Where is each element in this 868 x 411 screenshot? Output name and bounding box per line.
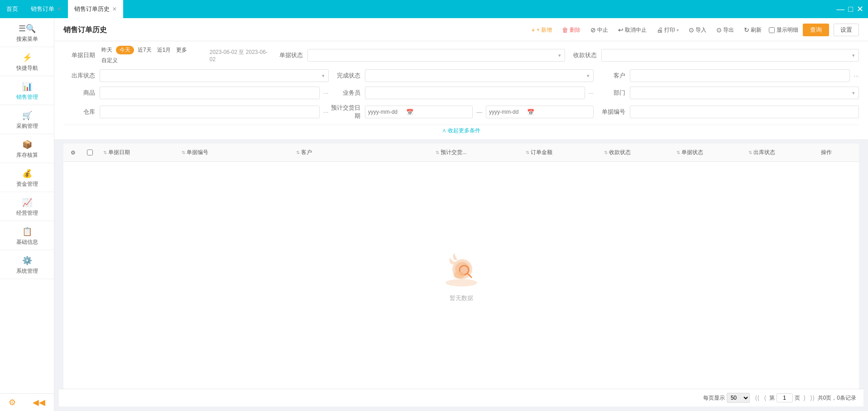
th-delivery[interactable]: ⇅ 预计交货... bbox=[433, 149, 523, 156]
minimize-button[interactable]: — bbox=[836, 5, 844, 14]
customer-input[interactable] bbox=[630, 69, 850, 82]
th-check[interactable] bbox=[84, 150, 101, 155]
prev-page-button[interactable]: ⟨ bbox=[762, 394, 767, 401]
complete-status-arrow-icon: ▾ bbox=[587, 73, 590, 79]
department-arrow-icon: ▾ bbox=[852, 90, 855, 96]
cancel-label: 取消中止 bbox=[625, 26, 647, 34]
table-header: ⚙ ⇅ 单据日期 ⇅ 单据编号 ⇅ 客户 bbox=[63, 144, 859, 162]
delivery-date-start[interactable]: 📅 bbox=[365, 106, 473, 118]
shortcut-1month[interactable]: 近1月 bbox=[155, 46, 173, 54]
th-op-label: 操作 bbox=[821, 149, 832, 156]
query-button[interactable]: 查询 bbox=[803, 24, 829, 36]
sidebar-item-basic[interactable]: 📋 基础信息 bbox=[0, 221, 54, 250]
sidebar-item-inventory[interactable]: 📦 库存核算 bbox=[0, 134, 54, 163]
out-status-select[interactable]: ▾ bbox=[100, 69, 329, 82]
tab-home-label: 首页 bbox=[6, 5, 18, 13]
goods-input[interactable] bbox=[100, 87, 320, 99]
tab-home[interactable]: 首页 bbox=[0, 0, 24, 18]
maximize-button[interactable]: □ bbox=[848, 5, 853, 14]
sidebar-item-quick-nav[interactable]: ⚡ 快捷导航 bbox=[0, 47, 54, 76]
order-no-input[interactable] bbox=[630, 106, 859, 118]
stop-icon: ⊘ bbox=[590, 26, 596, 34]
display-detail-checkbox-label[interactable]: 显示明细 bbox=[769, 26, 798, 34]
total-records-label: 共0页，0条记录 bbox=[818, 394, 856, 402]
print-button[interactable]: 🖨 打印 ▾ bbox=[654, 25, 681, 35]
shortcut-today[interactable]: 今天 bbox=[116, 46, 134, 54]
delivery-date-end-input[interactable] bbox=[489, 109, 525, 115]
th-date[interactable]: ⇅ 单据日期 bbox=[101, 149, 179, 156]
purchase-icon: 🛒 bbox=[22, 111, 32, 121]
sidebar-settings-icon[interactable]: ⚙ bbox=[9, 397, 16, 407]
page-title-row: 销售订单历史 + + 新增 🗑 删除 ⊘ 中止 ↩ bbox=[63, 24, 859, 36]
delivery-date-start-input[interactable] bbox=[368, 109, 404, 115]
tab-sales-order[interactable]: 销售订单 ✕ bbox=[24, 0, 68, 18]
department-label: 部门 bbox=[594, 89, 630, 97]
delete-label: 删除 bbox=[570, 26, 580, 34]
complete-status-select[interactable]: ▾ bbox=[365, 69, 594, 82]
sort-delivery-icon: ⇅ bbox=[436, 150, 439, 155]
settings-button[interactable]: 设置 bbox=[834, 24, 859, 36]
first-page-button[interactable]: ⟨⟨ bbox=[753, 394, 761, 401]
import-label: 导入 bbox=[695, 26, 706, 34]
th-no[interactable]: ⇅ 单据编号 bbox=[179, 149, 293, 156]
salesperson-input[interactable] bbox=[365, 87, 585, 99]
shortcut-yesterday[interactable]: 昨天 bbox=[100, 46, 114, 54]
collapse-bar[interactable]: ∧ 收起更多条件 bbox=[63, 125, 859, 136]
import-button[interactable]: ⊙ 导入 bbox=[686, 25, 709, 35]
th-payment[interactable]: ⇅ 收款状态 bbox=[601, 149, 674, 156]
th-delivery-label: 预计交货... bbox=[441, 149, 467, 156]
warehouse-input[interactable] bbox=[100, 106, 320, 118]
th-settings[interactable]: ⚙ bbox=[68, 150, 84, 156]
per-page-dropdown[interactable]: 50 10 20 100 bbox=[727, 393, 750, 403]
sidebar-item-system[interactable]: ⚙️ 系统管理 bbox=[0, 250, 54, 279]
th-out[interactable]: ⇅ 出库状态 bbox=[746, 149, 818, 156]
last-page-button[interactable]: ⟩⟩ bbox=[809, 394, 816, 401]
select-all-checkbox[interactable] bbox=[87, 150, 93, 155]
empty-text: 暂无数据 bbox=[450, 294, 473, 302]
stop-button[interactable]: ⊘ 中止 bbox=[588, 25, 611, 35]
refresh-button[interactable]: ↻ 刷新 bbox=[741, 25, 764, 35]
order-status-select[interactable]: ▾ bbox=[307, 49, 565, 62]
page-number-input[interactable] bbox=[777, 393, 793, 402]
warehouse-more-icon[interactable]: ··· bbox=[323, 108, 329, 116]
th-status[interactable]: ⇅ 单据状态 bbox=[674, 149, 746, 156]
goods-more-icon[interactable]: ··· bbox=[323, 89, 329, 97]
th-amount-label: 订单金额 bbox=[531, 149, 552, 156]
sidebar-item-operations[interactable]: 📈 经营管理 bbox=[0, 192, 54, 221]
sidebar-bottom: ⚙ ◀◀ bbox=[0, 393, 54, 411]
delivery-date-end[interactable]: 📅 bbox=[486, 106, 594, 118]
th-payment-label: 收款状态 bbox=[609, 149, 631, 156]
tab-sales-order-history-close[interactable]: ✕ bbox=[112, 6, 117, 12]
salesperson-label: 业务员 bbox=[329, 89, 365, 97]
sidebar-collapse-icon[interactable]: ◀◀ bbox=[33, 397, 45, 407]
payment-status-select[interactable]: ▾ bbox=[601, 49, 859, 62]
tab-sales-order-history[interactable]: 销售订单历史 ✕ bbox=[68, 0, 123, 18]
display-detail-checkbox[interactable] bbox=[769, 27, 775, 33]
shortcut-more[interactable]: 更多 bbox=[174, 46, 189, 54]
customer-more-icon[interactable]: ··· bbox=[854, 72, 859, 79]
settings-col-icon: ⚙ bbox=[71, 150, 76, 156]
date-label: 单据日期 bbox=[63, 51, 100, 59]
department-select[interactable]: ▾ bbox=[630, 87, 859, 99]
salesperson-more-icon[interactable]: ··· bbox=[589, 89, 594, 97]
sidebar-item-sales[interactable]: 📊 销售管理 bbox=[0, 76, 54, 105]
sidebar-item-basic-label: 基础信息 bbox=[16, 238, 38, 246]
display-detail-label: 显示明细 bbox=[777, 26, 798, 34]
sidebar-item-purchase[interactable]: 🛒 采购管理 bbox=[0, 105, 54, 134]
export-button[interactable]: ⊙ 导出 bbox=[714, 25, 737, 35]
toolbar: + + 新增 🗑 删除 ⊘ 中止 ↩ 取消中止 bbox=[528, 24, 859, 36]
delete-button[interactable]: 🗑 删除 bbox=[559, 25, 583, 35]
shortcut-custom[interactable]: 自定义 bbox=[100, 56, 120, 65]
sidebar-item-finance[interactable]: 💰 资金管理 bbox=[0, 163, 54, 192]
close-button[interactable]: ✕ bbox=[857, 4, 863, 14]
next-page-button[interactable]: ⟩ bbox=[802, 394, 807, 401]
sidebar-item-search-menu[interactable]: ☰🔍 搜索菜单 bbox=[0, 18, 54, 47]
cancel-stop-icon: ↩ bbox=[618, 26, 623, 34]
department-select-wrap: ▾ bbox=[630, 87, 859, 99]
shortcut-7days[interactable]: 近7天 bbox=[136, 46, 153, 54]
new-button[interactable]: + + 新增 bbox=[528, 25, 555, 35]
cancel-stop-button[interactable]: ↩ 取消中止 bbox=[615, 25, 649, 35]
th-amount[interactable]: ⇅ 订单金额 bbox=[523, 149, 601, 156]
th-customer[interactable]: ⇅ 客户 bbox=[293, 149, 432, 156]
tab-sales-order-close[interactable]: ✕ bbox=[57, 6, 62, 12]
